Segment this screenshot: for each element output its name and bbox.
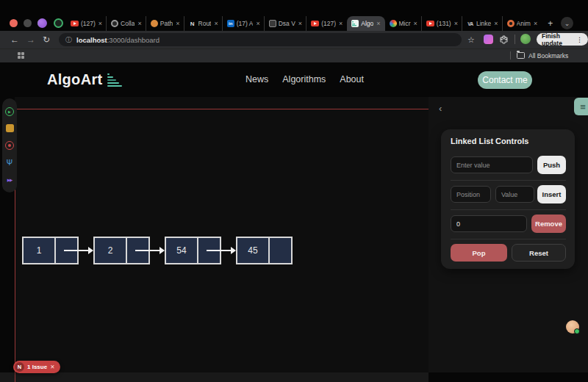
linkedin-favicon-icon xyxy=(227,20,234,27)
youtube-favicon-icon xyxy=(426,21,434,26)
play-icon[interactable] xyxy=(5,107,14,116)
close-window-button[interactable] xyxy=(10,19,18,27)
bookmarks-bar xyxy=(0,48,588,62)
linked-list-canvas xyxy=(15,97,429,372)
extensions-puzzle-icon[interactable] xyxy=(499,35,509,44)
remove-button[interactable]: Remove xyxy=(531,215,566,233)
tab-close-icon[interactable]: × xyxy=(376,20,380,27)
orange-favicon-icon xyxy=(151,20,158,27)
node-pointer-cell xyxy=(270,238,291,263)
apps-grid-icon[interactable] xyxy=(18,52,24,59)
va-favicon-icon xyxy=(467,20,474,27)
browser-tab[interactable]: Dsa V× xyxy=(265,16,306,31)
dark-favicon-icon xyxy=(269,20,276,27)
browser-tab[interactable]: Rout× xyxy=(184,16,223,31)
back-icon[interactable]: ← xyxy=(10,33,19,46)
tab-close-icon[interactable]: × xyxy=(176,20,179,27)
nextjs-logo-icon: N xyxy=(15,362,24,372)
dev-tool-rail xyxy=(2,98,17,192)
issue-count-label: 1 Issue xyxy=(27,364,47,370)
browser-avatar[interactable] xyxy=(520,34,531,44)
bookmark-star-icon[interactable]: ☆ xyxy=(467,33,475,46)
browser-tab[interactable]: (17) A× xyxy=(223,16,265,31)
push-value-input[interactable] xyxy=(451,156,533,173)
browser-tab[interactable]: Path× xyxy=(146,16,184,31)
tab-label: Linke xyxy=(476,20,491,27)
flow-icon[interactable] xyxy=(5,158,14,167)
browser-tab[interactable]: Linke× xyxy=(462,16,503,31)
extension-icon[interactable] xyxy=(484,35,493,44)
colorful-favicon-icon xyxy=(390,20,397,27)
insert-position-input[interactable] xyxy=(451,186,491,203)
folder-icon xyxy=(517,52,525,59)
app-header: AlgoArt News Algorithms About Contact me xyxy=(0,62,588,97)
gray-favicon-icon xyxy=(111,20,118,27)
tab-label: Micr xyxy=(399,20,411,27)
browser-profile-icon[interactable] xyxy=(37,18,47,28)
insert-button[interactable]: Insert xyxy=(537,185,566,203)
url-text: localhost:3000/dashboard xyxy=(76,36,159,44)
tab-close-icon[interactable]: × xyxy=(339,20,343,27)
tab-label: Rout xyxy=(198,20,212,27)
nav-link-about[interactable]: About xyxy=(340,74,364,84)
tab-close-icon[interactable]: × xyxy=(414,20,417,27)
tab-label: Colla xyxy=(121,20,135,27)
browser-tab[interactable]: (131)× xyxy=(422,16,462,31)
panel-collapse-chevron-icon[interactable]: ‹ xyxy=(439,103,442,114)
app-nav: News Algorithms About xyxy=(245,74,364,84)
issue-close-icon[interactable]: ✕ xyxy=(50,364,54,370)
app-logo[interactable]: AlgoArt xyxy=(47,71,122,88)
controls-title: Linked List Controls xyxy=(451,137,528,145)
tab-close-icon[interactable]: × xyxy=(494,20,498,27)
browser-tab[interactable]: Algo× xyxy=(347,16,384,31)
tab-close-icon[interactable]: × xyxy=(256,20,259,27)
ff-icon[interactable] xyxy=(5,176,14,184)
tab-overflow-chevron-icon[interactable]: ⌄ xyxy=(561,17,573,29)
reload-icon[interactable]: ↻ xyxy=(43,33,50,46)
pause-icon[interactable] xyxy=(6,124,14,132)
feedback-avatar[interactable] xyxy=(566,320,579,334)
tab-close-icon[interactable]: × xyxy=(98,20,102,27)
finish-update-button[interactable]: Finish update ⋮ xyxy=(537,33,588,46)
kebab-menu-icon[interactable]: ⋮ xyxy=(576,36,583,43)
browser-window: (127)×Colla×Path×Rout×(17) A×Dsa V×(127)… xyxy=(0,0,588,382)
browser-tab[interactable]: Colla× xyxy=(107,16,146,31)
tab-close-icon[interactable]: × xyxy=(137,20,141,27)
reset-button[interactable]: Reset xyxy=(512,244,566,262)
contact-me-button[interactable]: Contact me xyxy=(478,71,532,89)
next-pointer-arrow-icon xyxy=(207,250,231,251)
bottom-strip xyxy=(0,372,429,382)
push-button[interactable]: Push xyxy=(537,156,566,174)
all-bookmarks-button[interactable]: All Bookmarks xyxy=(528,51,568,60)
tab-strip: (127)×Colla×Path×Rout×(17) A×Dsa V×(127)… xyxy=(0,0,588,31)
record-icon[interactable] xyxy=(5,141,14,150)
browser-tab[interactable]: Anim× xyxy=(503,16,542,31)
tab-label: Anim xyxy=(517,20,531,27)
browser-tab[interactable]: (127)× xyxy=(306,16,347,31)
site-info-icon[interactable]: ⓘ xyxy=(65,35,72,45)
remove-position-input[interactable] xyxy=(451,215,527,232)
tab-label: Path xyxy=(160,20,173,27)
tab-label: Algo xyxy=(361,20,373,27)
hamburger-menu-button[interactable]: ≡ xyxy=(574,98,588,115)
browser-tab[interactable]: (127)× xyxy=(66,16,107,31)
nav-link-news[interactable]: News xyxy=(245,74,268,84)
nav-link-algorithms[interactable]: Algorithms xyxy=(282,74,326,84)
tab-close-icon[interactable]: × xyxy=(534,20,537,27)
list-node[interactable]: 45 xyxy=(236,237,293,264)
tab-close-icon[interactable]: × xyxy=(454,20,458,27)
bar-chart-logo-icon xyxy=(107,73,122,87)
tab-label: (127) xyxy=(321,20,336,27)
next-pointer-arrow-icon xyxy=(135,250,159,251)
address-bar[interactable]: ⓘ localhost:3000/dashboard xyxy=(59,33,462,46)
pinned-extension-icon[interactable] xyxy=(54,18,63,28)
browser-tab[interactable]: Micr× xyxy=(385,16,422,31)
issue-badge[interactable]: N 1 Issue ✕ xyxy=(13,361,60,373)
pop-button[interactable]: Pop xyxy=(451,244,507,262)
minimize-window-button[interactable] xyxy=(24,19,32,27)
tab-close-icon[interactable]: × xyxy=(298,20,302,27)
new-tab-button[interactable]: + xyxy=(548,18,553,29)
insert-value-input[interactable] xyxy=(495,186,534,203)
forward-icon[interactable]: → xyxy=(26,33,35,46)
tab-close-icon[interactable]: × xyxy=(214,20,218,27)
